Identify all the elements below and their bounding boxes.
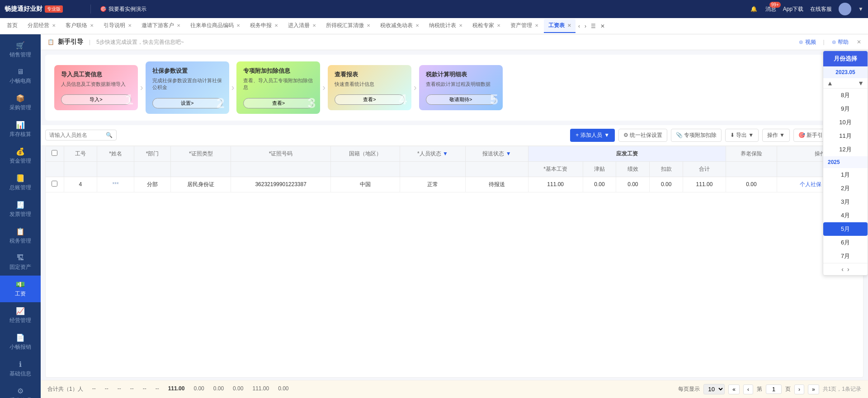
- tab-payroll[interactable]: 工资表 ✕: [544, 19, 576, 33]
- step2-btn[interactable]: 设置>: [152, 98, 222, 108]
- sidebar-item-basic-info[interactable]: ℹ 基础信息: [0, 356, 41, 382]
- tab-allocation[interactable]: 分层经营 ✕: [23, 19, 60, 33]
- sidebar-item-payroll[interactable]: 💵 工资: [0, 276, 41, 302]
- sidebar-item-sales[interactable]: 🛒 销售管理: [0, 37, 41, 63]
- tab-tax-relief-close[interactable]: ✕: [415, 23, 419, 28]
- month-7[interactable]: 7月: [823, 249, 868, 263]
- first-page-btn[interactable]: «: [728, 384, 740, 394]
- tab-guide-close[interactable]: ✕: [128, 23, 132, 28]
- notification-btn[interactable]: 🔔 99+ 消息: [750, 5, 776, 13]
- prev-page-btn[interactable]: ‹: [743, 384, 753, 394]
- help-btn[interactable]: ⊙ 帮助: [832, 38, 849, 46]
- content-area: 📋 新手引导 | 5步快速完成设置，快去完善信息吧~ ⊙ 视频 | ⊙ 帮助 ✕…: [41, 34, 868, 398]
- tab-tax-stat[interactable]: 纳税统计表 ✕: [425, 19, 467, 33]
- pagination: 每页显示 10 20 50 « ‹ 第 页 › » 共1页，1条记录: [678, 384, 861, 394]
- tab-home[interactable]: 首页: [2, 19, 22, 33]
- sidebar-item-fixed-assets[interactable]: 🏗 固定资产: [0, 249, 41, 276]
- sidebar-item-inventory[interactable]: 📊 库存核算: [0, 116, 41, 143]
- add-person-btn[interactable]: + 添加人员 ▼: [570, 129, 615, 142]
- month-6[interactable]: 6月: [823, 236, 868, 249]
- month-1[interactable]: 1月: [823, 168, 868, 182]
- tab-payroll-close[interactable]: ✕: [567, 23, 571, 28]
- month-picker-next-btn[interactable]: ›: [847, 266, 849, 273]
- tab-tax-report-close[interactable]: ✕: [274, 23, 278, 28]
- tab-tax-stat-close[interactable]: ✕: [459, 23, 462, 28]
- month-5[interactable]: 5月: [823, 222, 868, 236]
- operate-btn[interactable]: 操作 ▼: [762, 129, 790, 142]
- month-11[interactable]: 11月: [823, 129, 868, 143]
- sidebar-item-operations[interactable]: 📈 经营管理: [0, 302, 41, 329]
- month-3[interactable]: 3月: [823, 195, 868, 209]
- sidebar-item-invoice[interactable]: 🧾 发票管理: [0, 196, 41, 223]
- footer-sep6: --: [156, 385, 159, 393]
- tab-tax-calc-close[interactable]: ✕: [367, 23, 370, 28]
- app-container: 畅捷通好业财 专业版 🎯 我要看实例演示 🔔 99+ 消息 App下载 在线客服…: [0, 0, 868, 398]
- month-12[interactable]: 12月: [823, 143, 868, 156]
- export-btn[interactable]: ⬇ 导出 ▼: [725, 129, 759, 142]
- tab-vendor-codes[interactable]: 往来单位商品编码 ✕: [186, 19, 245, 33]
- tab-tax-relief[interactable]: 税收减免动表 ✕: [376, 19, 424, 33]
- month-picker-up-btn[interactable]: ▲: [827, 80, 833, 87]
- demo-icon: 🎯: [100, 6, 107, 12]
- tab-assets-close[interactable]: ✕: [535, 23, 538, 28]
- next-page-btn[interactable]: ›: [794, 384, 804, 394]
- step5-btn[interactable]: 敬请期待>: [426, 94, 496, 105]
- extra-deduct-btn[interactable]: 📎 专项附加扣除: [671, 129, 722, 142]
- step3-btn[interactable]: 查看>: [243, 98, 313, 108]
- demo-btn[interactable]: 🎯 我要看实例演示: [100, 5, 146, 13]
- tab-tax-calc[interactable]: 所得税汇算清缴 ✕: [321, 19, 375, 33]
- month-9[interactable]: 9月: [823, 102, 868, 116]
- sidebar-item-ledger[interactable]: 📒 总账管理: [0, 169, 41, 196]
- tab-tax-report[interactable]: 税务申报 ✕: [245, 19, 283, 33]
- personal-social-link[interactable]: 个人社保: [800, 181, 821, 187]
- tab-prev-btn[interactable]: ‹: [576, 21, 582, 31]
- sidebar-item-reports[interactable]: 📄 小畅报销: [0, 329, 41, 356]
- sidebar-item-finance[interactable]: 💰 资金管理: [0, 143, 41, 169]
- sidebar-item-purchase[interactable]: 📦 采购管理: [0, 89, 41, 116]
- sidebar-item-ecommerce[interactable]: 🖥 小畅电商: [0, 63, 41, 89]
- unified-social-btn[interactable]: ⚙ 统一社保设置: [618, 129, 667, 142]
- search-input[interactable]: [49, 132, 104, 138]
- tab-next-btn[interactable]: ›: [583, 21, 588, 31]
- tab-clearance[interactable]: 进入清册 ✕: [283, 19, 321, 33]
- month-10[interactable]: 10月: [823, 116, 868, 129]
- tab-menu-btn[interactable]: ☰: [589, 21, 598, 31]
- tab-tax-expert-close[interactable]: ✕: [497, 23, 500, 28]
- tab-allocation-close[interactable]: ✕: [52, 23, 56, 28]
- page-number-input[interactable]: [766, 384, 782, 394]
- per-page-select[interactable]: 10 20 50: [703, 384, 725, 394]
- search-icon[interactable]: 🔍: [106, 132, 113, 138]
- tab-tax-expert[interactable]: 税检专家 ✕: [468, 19, 505, 33]
- sidebar-item-tax[interactable]: 📋 税务管理: [0, 223, 41, 249]
- app-download-btn[interactable]: App下载: [783, 5, 803, 13]
- sub-col-empty1: [46, 161, 64, 177]
- tab-close-all-btn[interactable]: ✕: [599, 21, 607, 31]
- month-4[interactable]: 4月: [823, 209, 868, 222]
- tab-assets[interactable]: 资产管理 ✕: [506, 19, 543, 33]
- month-picker-prev-btn[interactable]: ‹: [841, 266, 844, 273]
- sidebar-item-sys-mgmt[interactable]: ⚙ 系统管理: [0, 382, 41, 398]
- user-avatar[interactable]: [839, 3, 851, 15]
- tab-customers-close[interactable]: ✕: [90, 23, 94, 28]
- select-all-checkbox[interactable]: [52, 150, 57, 156]
- tab-invite-close[interactable]: ✕: [177, 23, 180, 28]
- online-service-btn[interactable]: 在线客服: [810, 5, 832, 13]
- col-report-status: 报送状态 ▼: [466, 146, 528, 162]
- step1-btn[interactable]: 导入>: [61, 94, 131, 105]
- row-checkbox[interactable]: [52, 181, 57, 187]
- status-filter-icon[interactable]: ▼: [443, 150, 448, 157]
- month-picker-down-btn[interactable]: ▼: [858, 80, 864, 87]
- guide-close-btn[interactable]: ✕: [857, 39, 861, 45]
- tab-clearance-close[interactable]: ✕: [312, 23, 316, 28]
- month-8[interactable]: 8月: [823, 89, 868, 102]
- step4-btn[interactable]: 查看>: [335, 94, 405, 105]
- tab-invite[interactable]: 邀请下游客户 ✕: [137, 19, 185, 33]
- video-btn[interactable]: ⊙ 视频: [799, 38, 816, 46]
- tab-guide[interactable]: 引导说明 ✕: [99, 19, 136, 33]
- tab-vendor-close[interactable]: ✕: [236, 23, 240, 28]
- tab-customers[interactable]: 客户联络 ✕: [61, 19, 98, 33]
- month-2[interactable]: 2月: [823, 182, 868, 195]
- report-filter-icon[interactable]: ▼: [506, 150, 511, 157]
- last-page-btn[interactable]: »: [808, 384, 819, 394]
- purchase-icon: 📦: [16, 94, 25, 103]
